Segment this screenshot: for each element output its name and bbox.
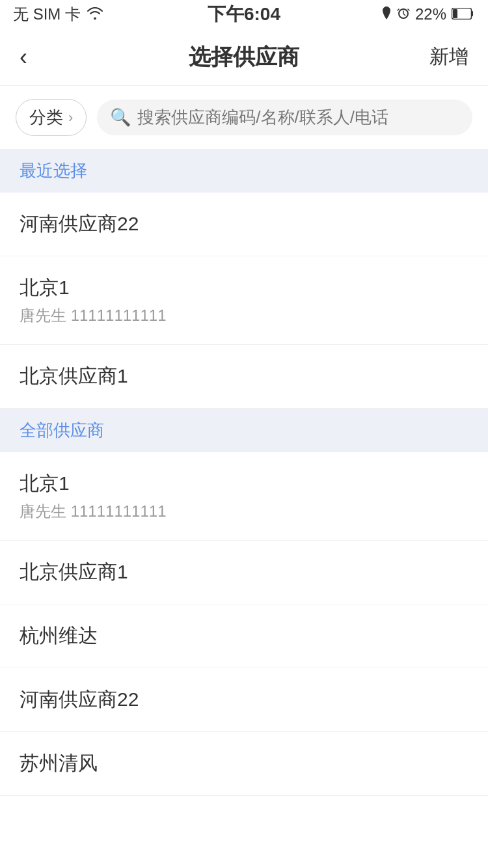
alarm-icon — [397, 5, 410, 23]
search-input[interactable] — [137, 107, 459, 128]
status-right: 22% — [381, 5, 475, 23]
all-list-item[interactable]: 北京1唐先生 11111111111 — [0, 452, 488, 541]
item-name: 苏州清风 — [20, 750, 468, 777]
wifi-icon — [86, 5, 104, 23]
all-items-list: 北京1唐先生 11111111111北京供应商1杭州维达河南供应商22苏州清风 — [0, 452, 488, 796]
all-list-item[interactable]: 杭州维达 — [0, 604, 488, 668]
item-sub: 唐先生 11111111111 — [20, 305, 468, 326]
status-time: 下午6:04 — [208, 2, 280, 27]
carrier-label: 无 SIM 卡 — [13, 4, 81, 25]
battery-icon — [452, 5, 475, 23]
item-name: 北京供应商1 — [20, 363, 468, 390]
all-section-header: 全部供应商 — [0, 409, 488, 452]
recent-items-list: 河南供应商22北京1唐先生 11111111111北京供应商1 — [0, 193, 488, 409]
all-list-item[interactable]: 北京供应商1 — [0, 541, 488, 604]
add-button[interactable]: 新增 — [429, 44, 468, 70]
svg-rect-2 — [453, 9, 457, 18]
recent-list-item[interactable]: 北京供应商1 — [0, 345, 488, 409]
item-name: 河南供应商22 — [20, 686, 468, 713]
item-name: 北京1 — [20, 275, 468, 301]
category-label: 分类 — [29, 106, 63, 129]
nav-bar: ‹ 选择供应商 新增 — [0, 29, 488, 86]
status-bar: 无 SIM 卡 下午6:04 22% — [0, 0, 488, 29]
status-left: 无 SIM 卡 — [13, 4, 104, 25]
all-list-item[interactable]: 苏州清风 — [0, 732, 488, 796]
page-title: 选择供应商 — [189, 42, 299, 72]
item-name: 北京供应商1 — [20, 559, 468, 586]
all-section-label: 全部供应商 — [20, 420, 104, 440]
search-bar: 分类 › 🔍 — [0, 86, 488, 149]
search-input-wrap: 🔍 — [97, 100, 472, 135]
item-sub: 唐先生 11111111111 — [20, 501, 468, 522]
back-button[interactable]: ‹ — [20, 44, 59, 71]
recent-list-item[interactable]: 北京1唐先生 11111111111 — [0, 256, 488, 345]
chevron-right-icon: › — [68, 109, 73, 126]
search-icon: 🔍 — [110, 107, 131, 128]
recent-list-item[interactable]: 河南供应商22 — [0, 193, 488, 256]
battery-label: 22% — [415, 5, 446, 23]
recent-section-label: 最近选择 — [20, 161, 87, 180]
item-name: 河南供应商22 — [20, 211, 468, 237]
category-button[interactable]: 分类 › — [16, 99, 87, 136]
location-icon — [381, 5, 392, 23]
recent-section-header: 最近选择 — [0, 149, 488, 193]
item-name: 杭州维达 — [20, 623, 468, 649]
all-list-item[interactable]: 河南供应商22 — [0, 668, 488, 732]
item-name: 北京1 — [20, 470, 468, 497]
